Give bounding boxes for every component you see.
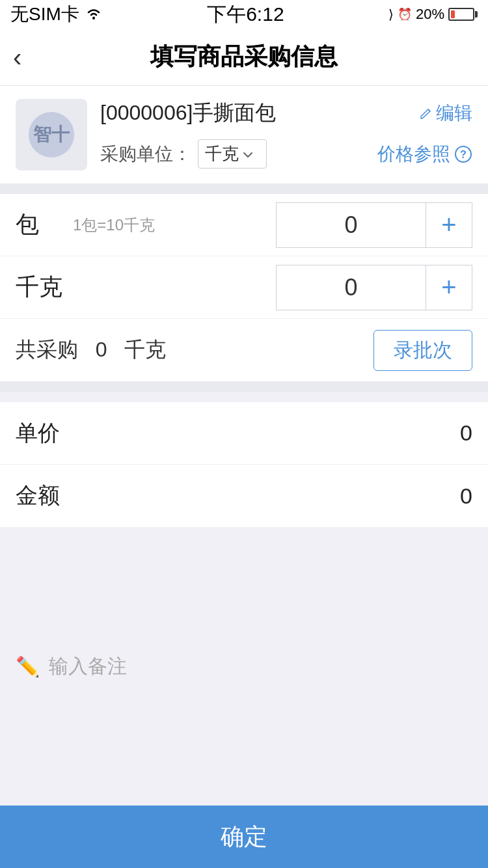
time-display: 下午6:12 bbox=[207, 1, 284, 28]
notes-placeholder: 输入备注 bbox=[49, 653, 127, 680]
record-batch-button[interactable]: 录批次 bbox=[373, 330, 472, 371]
page-title: 填写商品采购信息 bbox=[150, 41, 338, 73]
product-card: 智十 [0000006]手撕面包 编辑 采购单位： 千克 bbox=[0, 86, 488, 183]
summary-row: 共采购 0 千克 录批次 bbox=[16, 319, 472, 381]
battery-percent: 20% bbox=[416, 6, 444, 23]
location-icon: ⟩ bbox=[388, 7, 394, 22]
bag-input-group: + bbox=[276, 202, 472, 248]
separator-2 bbox=[0, 381, 488, 392]
confirm-label: 确定 bbox=[221, 821, 267, 853]
carrier-wifi: 无SIM卡 bbox=[10, 2, 103, 27]
kg-input-group: + bbox=[276, 265, 472, 310]
status-bar: 无SIM卡 下午6:12 ⟩ ⏰ 20% bbox=[0, 0, 488, 29]
bag-sublabel: 1包=10千克 bbox=[73, 215, 276, 236]
amount-row: 金额 0 bbox=[0, 465, 488, 527]
status-indicators: ⟩ ⏰ 20% bbox=[388, 6, 478, 23]
nav-bar: ‹ 填写商品采购信息 bbox=[0, 29, 488, 86]
product-name: [0000006]手撕面包 bbox=[100, 99, 276, 128]
alarm-icon: ⏰ bbox=[398, 7, 412, 21]
price-reference-button[interactable]: 价格参照 ? bbox=[377, 142, 472, 167]
unit-price-value: 0 bbox=[460, 420, 472, 446]
unit-label: 采购单位： bbox=[100, 142, 191, 167]
svg-point-0 bbox=[92, 17, 95, 20]
kg-input[interactable] bbox=[276, 265, 426, 310]
bag-row: 包 1包=10千克 + bbox=[0, 194, 488, 256]
bag-label: 包 bbox=[16, 209, 68, 241]
edit-button[interactable]: 编辑 bbox=[419, 101, 472, 126]
pencil-icon: ✏️ bbox=[16, 655, 40, 678]
unit-selector-group: 采购单位： 千克 bbox=[100, 139, 267, 169]
product-name-row: [0000006]手撕面包 编辑 bbox=[100, 99, 472, 128]
summary-text: 共采购 0 千克 bbox=[16, 336, 166, 364]
product-image: 智十 bbox=[16, 99, 87, 170]
svg-text:?: ? bbox=[460, 149, 467, 160]
amount-value: 0 bbox=[460, 483, 472, 509]
product-logo: 智十 bbox=[29, 112, 74, 157]
summary-section: 共采购 0 千克 录批次 bbox=[0, 319, 488, 381]
unit-select[interactable]: 千克 bbox=[198, 139, 267, 169]
bag-input[interactable] bbox=[276, 202, 426, 248]
carrier-text: 无SIM卡 bbox=[10, 2, 79, 27]
kg-label: 千克 bbox=[16, 271, 68, 303]
quantity-section: 包 1包=10千克 + 千克 + bbox=[0, 194, 488, 319]
kg-plus-button[interactable]: + bbox=[426, 265, 472, 310]
bag-plus-button[interactable]: + bbox=[426, 202, 472, 248]
unit-price-label: 单价 bbox=[16, 418, 60, 448]
confirm-button[interactable]: 确定 bbox=[0, 806, 488, 868]
unit-row: 采购单位： 千克 价格参照 ? bbox=[100, 139, 472, 169]
amount-label: 金额 bbox=[16, 481, 60, 511]
kg-row: 千克 + bbox=[0, 256, 488, 319]
price-section: 单价 0 金额 0 bbox=[0, 402, 488, 527]
notes-section[interactable]: ✏️ 输入备注 bbox=[0, 527, 488, 806]
battery-icon bbox=[448, 8, 478, 21]
separator-1 bbox=[0, 183, 488, 194]
wifi-icon bbox=[85, 4, 103, 25]
back-button[interactable]: ‹ bbox=[13, 44, 21, 70]
product-info: [0000006]手撕面包 编辑 采购单位： 千克 价格 bbox=[100, 99, 472, 169]
unit-price-row: 单价 0 bbox=[0, 402, 488, 465]
